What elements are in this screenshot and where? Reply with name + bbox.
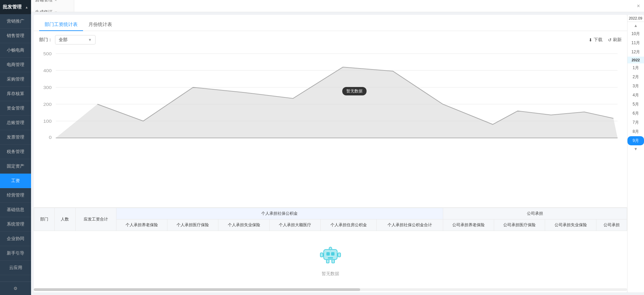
sidebar-item-销售管理[interactable]: 销售管理 — [0, 29, 31, 43]
data-table: 部门 人数 应发工资合计 个人承担社保公积金 公司承担 个人承担养老保险 个人承… — [34, 208, 627, 287]
sidebar-item-电商管理[interactable]: 电商管理 — [0, 58, 31, 72]
sidebar-item-系统管理[interactable]: 系统管理 — [0, 217, 31, 232]
tab-生成凭证[interactable]: 生成凭证× — [31, 6, 74, 12]
date-month-3月[interactable]: 3月 — [627, 82, 644, 91]
date-month-7月[interactable]: 7月 — [627, 118, 644, 127]
col-personal-medical: 个人承担医疗保险 — [167, 219, 218, 231]
sub-tab-月份统计表[interactable]: 月份统计表 — [83, 19, 117, 31]
download-button[interactable]: ⬇ 下载 — [589, 37, 602, 43]
sidebar-header[interactable]: 批发管理 ▲ — [0, 0, 31, 14]
sidebar-item-新手引导[interactable]: 新手引导 — [0, 246, 31, 261]
sidebar-item-税务管理[interactable]: 税务管理 — [0, 145, 31, 159]
date-year-label: 2022.09 — [629, 16, 642, 20]
date-month-11月[interactable]: 11月 — [627, 38, 644, 48]
dept-value: 全部 — [59, 37, 68, 43]
sidebar-item-经营管理[interactable]: 经营管理 — [0, 188, 31, 203]
dept-select[interactable]: 全部 ▼ — [55, 35, 96, 45]
toolbar-left: 部门： 全部 ▼ — [39, 35, 96, 45]
svg-marker-12 — [56, 67, 617, 138]
dept-label: 部门： — [39, 37, 52, 43]
col-company-unemploy: 公司承担失业保险 — [545, 219, 596, 231]
svg-rect-19 — [338, 253, 341, 257]
empty-row: 暂无数据 — [34, 231, 627, 287]
table-area: 部门 人数 应发工资合计 个人承担社保公积金 公司承担 个人承担养老保险 个人承… — [34, 207, 627, 292]
svg-text:500: 500 — [43, 52, 52, 56]
col-total-salary: 应发工资合计 — [75, 208, 116, 231]
date-months-after: 1月2月3月4月5月6月7月8月9月 — [627, 63, 644, 145]
date-month-12月[interactable]: 12月 — [627, 48, 644, 57]
svg-rect-15 — [331, 252, 334, 256]
svg-text:100: 100 — [43, 119, 52, 123]
date-month-1月[interactable]: 1月 — [627, 63, 644, 72]
col-personal-bigmed: 个人承担大额医疗 — [269, 219, 320, 231]
sidebar-item-云应用[interactable]: 云应用 — [0, 261, 31, 275]
sidebar-item-基础信息[interactable]: 基础信息 — [0, 203, 31, 217]
date-month-4月[interactable]: 4月 — [627, 91, 644, 100]
sidebar-collapse-icon: ▲ — [25, 5, 28, 9]
date-down-nav[interactable]: ▼ — [627, 145, 644, 153]
tab-店铺管理[interactable]: 店铺管理× — [31, 0, 74, 6]
svg-rect-17 — [329, 247, 332, 250]
empty-state: 暂无数据 — [34, 231, 627, 287]
svg-text:0: 0 — [49, 135, 52, 140]
page-content: 部门工资统计表月份统计表 部门： 全部 ▼ ⬇ 下载 ↺ — [34, 15, 627, 292]
sidebar-item-总账管理[interactable]: 总账管理 — [0, 116, 31, 130]
date-month-2月[interactable]: 2月 — [627, 72, 644, 82]
sub-tab-部门工资统计表[interactable]: 部门工资统计表 — [39, 19, 83, 31]
toolbar: 部门： 全部 ▼ ⬇ 下载 ↺ 刷新 — [34, 31, 627, 49]
date-month-10月[interactable]: 10月 — [627, 29, 644, 38]
tab-label: 店铺管理 — [35, 0, 53, 3]
col-personal-unemploy: 个人承担失业保险 — [218, 219, 269, 231]
refresh-label: 刷新 — [613, 37, 622, 43]
svg-rect-16 — [328, 257, 333, 259]
tab-bar: 首页门店商品目录×销售单×店铺管理×生成凭证×应收应付调整单×工资表×工资统计报… — [31, 0, 644, 12]
empty-robot-icon — [317, 241, 344, 268]
refresh-button[interactable]: ↺ 刷新 — [608, 37, 622, 43]
close-all-button[interactable]: × — [633, 3, 644, 9]
sidebar-title: 批发管理 — [3, 4, 22, 10]
svg-text:400: 400 — [43, 68, 52, 73]
main-area: 首页门店商品目录×销售单×店铺管理×生成凭证×应收应付调整单×工资表×工资统计报… — [31, 0, 644, 295]
svg-rect-20 — [326, 260, 329, 263]
date-month-5月[interactable]: 5月 — [627, 100, 644, 109]
col-company-other: 公司承担 — [596, 219, 627, 231]
sidebar-item-库存核算[interactable]: 库存核算 — [0, 87, 31, 101]
chart-svg: 500 400 300 200 100 0 — [39, 49, 622, 150]
date-up-nav[interactable]: ▲ — [627, 22, 644, 29]
date-header[interactable]: 2022.09 — [627, 15, 644, 22]
sidebar-item-发票管理[interactable]: 发票管理 — [0, 130, 31, 145]
svg-rect-21 — [332, 260, 334, 263]
svg-text:200: 200 — [43, 102, 52, 107]
svg-text:300: 300 — [43, 85, 52, 90]
sidebar-item-采购管理[interactable]: 采购管理 — [0, 72, 31, 87]
sidebar-item-企业协同[interactable]: 企业协同 — [0, 232, 31, 246]
date-month-9月[interactable]: 9月 — [627, 136, 644, 145]
sidebar-item-营销推广[interactable]: 营销推广 — [0, 14, 31, 29]
chart-tooltip: 暂无数据 — [342, 87, 367, 95]
sidebar-item-固定资产[interactable]: 固定资产 — [0, 159, 31, 174]
tab-close-icon[interactable]: × — [55, 0, 57, 2]
sidebar-item-小畅电商[interactable]: 小畅电商 — [0, 43, 31, 58]
sidebar-settings[interactable]: ⚙ — [0, 282, 31, 295]
date-month-6月[interactable]: 6月 — [627, 109, 644, 118]
date-sidebar: 2022.09 ▲ 10月11月12月 2022 1月2月3月4月5月6月7月8… — [627, 15, 644, 292]
download-icon: ⬇ — [589, 37, 592, 42]
chart-area: 500 400 300 200 100 0 — [34, 49, 627, 207]
refresh-icon: ↺ — [608, 37, 612, 42]
sidebar-item-资金管理[interactable]: 资金管理 — [0, 101, 31, 116]
svg-rect-14 — [326, 252, 330, 256]
date-year-2022: 2022 — [627, 57, 644, 63]
table-scrollbar[interactable] — [34, 288, 627, 291]
empty-text: 暂无数据 — [322, 271, 339, 277]
sub-tabs: 部门工资统计表月份统计表 — [34, 15, 627, 31]
content-area: 部门工资统计表月份统计表 部门： 全部 ▼ ⬇ 下载 ↺ — [31, 12, 644, 295]
col-dept: 部门 — [34, 208, 55, 231]
col-personal-housing: 个人承担住房公积金 — [321, 219, 377, 231]
col-people: 人数 — [55, 208, 75, 231]
sidebar: 批发管理 ▲ 营销推广销售管理小畅电商电商管理采购管理库存核算资金管理总账管理发… — [0, 0, 31, 295]
sidebar-items: 营销推广销售管理小畅电商电商管理采购管理库存核算资金管理总账管理发票管理税务管理… — [0, 14, 31, 275]
svg-rect-18 — [320, 253, 323, 257]
sidebar-item-工资[interactable]: 工资 — [0, 174, 31, 188]
date-month-8月[interactable]: 8月 — [627, 127, 644, 136]
download-label: 下载 — [594, 37, 602, 43]
